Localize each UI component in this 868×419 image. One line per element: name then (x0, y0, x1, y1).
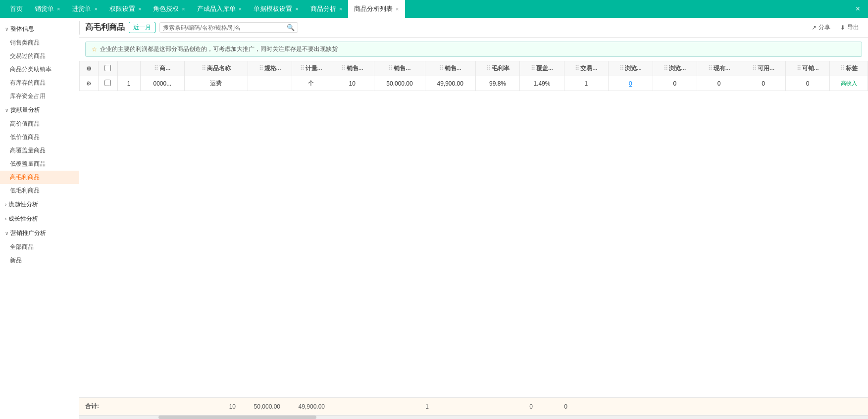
row-settings-icon[interactable]: ⚙ (86, 80, 92, 87)
sidebar-group-流趋性分析[interactable]: ›流趋性分析 (0, 197, 79, 212)
nav-item-商品分析[interactable]: 商品分析× (305, 0, 348, 18)
cell-num: 1 (117, 76, 140, 91)
col-header-code[interactable]: ⠿商... (140, 61, 184, 76)
sidebar-item-库存资金占用[interactable]: 库存资金占用 (0, 90, 79, 103)
nav-close-btn[interactable]: × (239, 6, 242, 12)
col-resize-handle[interactable]: ⠿ (439, 65, 444, 72)
sidebar-item-低覆盖量商品[interactable]: 低覆盖量商品 (0, 157, 79, 171)
select-all-checkbox[interactable] (104, 65, 111, 71)
horizontal-scrollbar[interactable] (79, 415, 868, 419)
cell-spec (248, 76, 292, 91)
col-resize-handle[interactable]: ⠿ (259, 65, 263, 72)
nav-close-btn[interactable]: × (94, 6, 97, 12)
close-window-button[interactable]: × (852, 4, 864, 13)
col-header-sales_qty[interactable]: ⠿销售... (330, 61, 374, 76)
col-resize-handle[interactable]: ⠿ (840, 65, 845, 72)
col-header-stock_available[interactable]: ⠿可用... (741, 61, 785, 76)
col-header-tag[interactable]: ⠿标签 (830, 61, 868, 76)
group-arrow: ∨ (5, 231, 8, 236)
nav-item-首页[interactable]: 首页 (4, 0, 29, 18)
sidebar-item-有库存的商品[interactable]: 有库存的商品 (0, 76, 79, 90)
col-resize-handle[interactable]: ⠿ (664, 65, 668, 72)
search-input[interactable] (163, 24, 287, 31)
content-header: « 高毛利商品 近一月 🔍 ↗ 分享 ⬇ 导出 (79, 18, 868, 38)
sidebar-group-营销推广分析[interactable]: ∨营销推广分析 (0, 226, 79, 240)
nav-item-进货单[interactable]: 进货单× (66, 0, 103, 18)
col-header-unit[interactable]: ⠿计量... (292, 61, 330, 76)
footer-total: 合计: 10 50,000.00 49,900.00 1 0 0 (79, 397, 868, 415)
sidebar-item-高毛利商品[interactable]: 高毛利商品 (0, 171, 79, 184)
sidebar-item-新品[interactable]: 新品 (0, 254, 79, 267)
tag-badge: 高收入 (841, 80, 857, 86)
export-button[interactable]: ⬇ 导出 (837, 22, 862, 33)
col-header-name[interactable]: ⠿商品名称 (185, 61, 248, 76)
table-container[interactable]: ⚙⠿商...⠿商品名称⠿规格...⠿计量...⠿销售...⠿销售...⠿销售..… (79, 61, 868, 397)
col-header-check[interactable] (99, 61, 117, 76)
col-resize-handle[interactable]: ⠿ (797, 65, 801, 72)
nav-close-btn[interactable]: × (138, 6, 141, 12)
col-resize-handle[interactable]: ⠿ (154, 65, 158, 72)
footer-stock-available: 0 (498, 403, 533, 410)
nav-close-btn[interactable]: × (57, 6, 60, 12)
main-layout: ∨整体信息销售类商品交易过的商品商品分类助销率有库存的商品库存资金占用∨贡献量分… (0, 18, 868, 419)
col-header-sales_cost[interactable]: ⠿销售... (425, 61, 475, 76)
cell-browse2: 0 (653, 76, 697, 91)
col-resize-handle[interactable]: ⠿ (486, 65, 491, 72)
sidebar-item-高覆盖量商品[interactable]: 高覆盖量商品 (0, 144, 79, 157)
nav-close-btn[interactable]: × (295, 6, 298, 12)
sidebar-item-商品分类助销率[interactable]: 商品分类助销率 (0, 63, 79, 76)
scrollbar-thumb[interactable] (158, 416, 316, 419)
sidebar-group-贡献量分析[interactable]: ∨贡献量分析 (0, 103, 79, 117)
col-header-coverage[interactable]: ⠿覆盖... (520, 61, 564, 76)
sidebar-group-整体信息[interactable]: ∨整体信息 (0, 22, 79, 36)
col-resize-handle[interactable]: ⠿ (341, 65, 346, 72)
share-button[interactable]: ↗ 分享 (809, 22, 833, 33)
nav-close-btn[interactable]: × (396, 6, 399, 12)
sidebar-item-高价值商品[interactable]: 高价值商品 (0, 117, 79, 131)
nav-item-销货单[interactable]: 销货单× (29, 0, 66, 18)
col-resize-handle[interactable]: ⠿ (752, 65, 757, 72)
sidebar-item-低价值商品[interactable]: 低价值商品 (0, 131, 79, 144)
col-header-browse2[interactable]: ⠿浏览... (653, 61, 697, 76)
search-box: 🔍 (159, 22, 298, 33)
col-header-gross_margin[interactable]: ⠿毛利率 (475, 61, 519, 76)
col-resize-handle[interactable]: ⠿ (300, 65, 305, 72)
row-checkbox[interactable] (104, 80, 111, 86)
nav-item-单据模板设置[interactable]: 单据模板设置× (248, 0, 304, 18)
sidebar-item-低毛利商品[interactable]: 低毛利商品 (0, 184, 79, 197)
nav-item-产成品入库单[interactable]: 产成品入库单× (191, 0, 248, 18)
col-header-stock_sale[interactable]: ⠿可销... (785, 61, 829, 76)
group-label: 成长性分析 (8, 215, 38, 223)
cell-name: 运费 (185, 76, 248, 91)
nav-item-角色授权[interactable]: 角色授权× (147, 0, 191, 18)
col-header-transaction[interactable]: ⠿交易... (564, 61, 608, 76)
col-header-stock_current[interactable]: ⠿现有... (697, 61, 741, 76)
top-navigation: 首页销货单×进货单×权限设置×角色授权×产成品入库单×单据模板设置×商品分析×商… (0, 0, 868, 18)
col-resize-handle[interactable]: ⠿ (708, 65, 713, 72)
group-arrow: › (5, 216, 6, 222)
nav-close-btn[interactable]: × (182, 6, 185, 12)
nav-close-btn[interactable]: × (339, 6, 342, 12)
col-header-num[interactable] (117, 61, 140, 76)
sidebar-item-交易过的商品[interactable]: 交易过的商品 (0, 49, 79, 63)
group-arrow: ∨ (5, 107, 8, 113)
cell-sales_cost: 49,900.00 (425, 76, 475, 91)
browse-link[interactable]: 0 (629, 80, 632, 87)
col-resize-handle[interactable]: ⠿ (388, 65, 393, 72)
search-icon[interactable]: 🔍 (287, 24, 295, 31)
col-header-browse1[interactable]: ⠿浏览... (609, 61, 653, 76)
collapse-sidebar-button[interactable]: « (79, 21, 80, 35)
col-header-spec[interactable]: ⠿规格... (248, 61, 292, 76)
col-header-sales_amount[interactable]: ⠿销售... (374, 61, 425, 76)
sidebar-item-销售类商品[interactable]: 销售类商品 (0, 36, 79, 49)
col-resize-handle[interactable]: ⠿ (575, 65, 579, 72)
nav-item-商品分析列表[interactable]: 商品分析列表× (348, 0, 405, 18)
time-filter-button[interactable]: 近一月 (129, 22, 155, 33)
sidebar-item-全部商品[interactable]: 全部商品 (0, 240, 79, 254)
sidebar-group-成长性分析[interactable]: ›成长性分析 (0, 212, 79, 226)
col-resize-handle[interactable]: ⠿ (202, 65, 206, 72)
col-header-settings[interactable]: ⚙ (80, 61, 99, 76)
nav-item-权限设置[interactable]: 权限设置× (103, 0, 147, 18)
col-resize-handle[interactable]: ⠿ (619, 65, 624, 72)
col-resize-handle[interactable]: ⠿ (531, 65, 535, 72)
